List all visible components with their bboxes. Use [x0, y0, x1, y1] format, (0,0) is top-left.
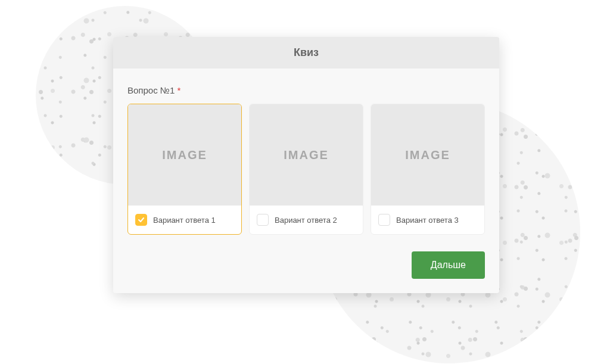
- option-footer: Вариант ответа 2: [250, 206, 363, 234]
- option-footer: Вариант ответа 3: [371, 206, 484, 234]
- question-label: Вопрос №1 *: [127, 85, 485, 95]
- required-mark: *: [177, 85, 180, 95]
- option-label: Вариант ответа 1: [153, 216, 216, 225]
- checkbox-icon[interactable]: [378, 214, 390, 226]
- option-image-placeholder: IMAGE: [371, 104, 484, 206]
- option-footer: Вариант ответа 1: [128, 206, 241, 234]
- quiz-title: Квиз: [113, 46, 499, 59]
- answer-option-1[interactable]: IMAGE Вариант ответа 1: [127, 104, 242, 235]
- answer-options: IMAGE Вариант ответа 1 IMAGE Вариант отв…: [127, 104, 485, 235]
- checkbox-icon[interactable]: [257, 214, 269, 226]
- quiz-card: Квиз Вопрос №1 * IMAGE Вариант ответа 1 …: [113, 37, 499, 293]
- quiz-footer: Дальше: [127, 251, 485, 279]
- option-label: Вариант ответа 3: [396, 216, 459, 225]
- quiz-header: Квиз: [113, 37, 499, 69]
- answer-option-2[interactable]: IMAGE Вариант ответа 2: [249, 104, 363, 235]
- option-label: Вариант ответа 2: [275, 216, 337, 225]
- quiz-body: Вопрос №1 * IMAGE Вариант ответа 1 IMAGE: [113, 69, 499, 293]
- check-icon: [138, 216, 145, 223]
- checkbox-icon[interactable]: [135, 214, 147, 226]
- option-image-placeholder: IMAGE: [128, 104, 241, 206]
- next-button[interactable]: Дальше: [412, 251, 485, 279]
- question-text: Вопрос №1: [127, 85, 175, 95]
- answer-option-3[interactable]: IMAGE Вариант ответа 3: [371, 104, 485, 235]
- option-image-placeholder: IMAGE: [250, 104, 363, 206]
